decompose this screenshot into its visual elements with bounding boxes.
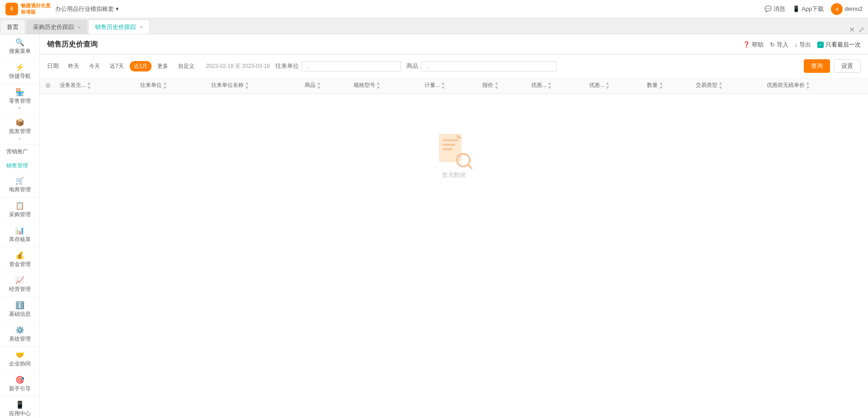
sidebar-item-purchase-mgmt[interactable]: 📋 采购管理 [0, 198, 39, 223]
ecommerce-icon: 🛒 [15, 176, 24, 185]
sidebar-item-system-mgmt-label: 系统管理 [9, 335, 31, 343]
sidebar-item-finance-mgmt[interactable]: 💰 资金管理 [0, 247, 39, 272]
sidebar-item-operations-mgmt[interactable]: 📈 经营管理 [0, 272, 39, 297]
empty-illustration [434, 130, 474, 171]
download-icon: 📱 [793, 5, 800, 12]
sidebar-item-wholesale-mgmt-label: 批发管理 [9, 128, 31, 135]
sidebar-item-sales-mgmt[interactable]: 销售管理 [0, 159, 39, 173]
logo-symbol: 6 [10, 6, 13, 11]
only-last-checkbox-container[interactable]: 只看最后一次 [817, 41, 861, 49]
operations-icon: 📈 [15, 276, 24, 285]
box-icon: 📦 [15, 118, 24, 127]
filter-row: 日期 昨天 今天 近7天 近1月 更多 自定义 2023-02-18 至 202… [47, 59, 861, 73]
col-spec[interactable]: 规格型号▲▼ [350, 77, 421, 94]
source-unit-label: 往来单位 [275, 62, 299, 70]
svg-rect-3 [443, 148, 453, 150]
sidebar-item-inventory-check-label: 库存核算 [9, 236, 31, 243]
sidebar-item-ecommerce-mgmt[interactable]: 🛒 电商管理 [0, 173, 39, 198]
sidebar-item-enterprise-collab-label: 企业协同 [9, 360, 31, 368]
help-button[interactable]: ❓ 帮助 [743, 41, 764, 49]
date-btn-custom[interactable]: 自定义 [174, 61, 198, 71]
app-selector[interactable]: 办公用品行业模拟账套 ▾ [55, 5, 119, 13]
tabbar: 首页 采购历史价跟踪 × 销售历史价跟踪 × ✕ ⤢ [0, 18, 868, 34]
sidebar-item-quick-nav-label: 快捷导航 [9, 72, 31, 80]
sidebar-item-wholesale-mgmt[interactable]: 📦 批发管理 ▴ [0, 114, 39, 145]
only-last-label: 只看最后一次 [826, 41, 861, 49]
sidebar-item-new-user-guide[interactable]: 🎯 新手引导 [0, 372, 39, 397]
query-button[interactable]: 查询 [804, 59, 830, 73]
sidebar-item-system-mgmt[interactable]: ⚙️ 系统管理 [0, 322, 39, 347]
empty-state: 暂无数据 [40, 94, 868, 215]
user-menu[interactable]: d demo2 [831, 3, 863, 15]
expand-button[interactable]: ⤢ [859, 25, 864, 34]
product-input[interactable]: ... [421, 61, 557, 71]
date-btn-today[interactable]: 今天 [85, 61, 104, 71]
export-button[interactable]: ↓ 导出 [795, 41, 811, 49]
svg-rect-1 [443, 139, 458, 141]
tab-purchase-history[interactable]: 采购历史价跟踪 × [26, 19, 87, 34]
filter-actions: 查询 设置 [804, 59, 861, 73]
col-biz-date[interactable]: 业务发生...▲▼ [56, 77, 137, 94]
date-btn-1month[interactable]: 近1月 [130, 61, 152, 71]
tab-sales-history-close[interactable]: × [140, 24, 142, 30]
col-unit-name[interactable]: 往来单位名称▲▼ [208, 77, 301, 94]
help-icon: ❓ [743, 41, 750, 48]
col-trade-type[interactable]: 交易类型▲▼ [692, 77, 763, 94]
info-icon: ℹ️ [15, 301, 24, 309]
sidebar-item-inventory-check[interactable]: 📊 库存核算 [0, 223, 39, 247]
arrow-down-icon: ▾ [19, 106, 21, 110]
svg-rect-2 [443, 144, 455, 146]
sidebar-item-marketing[interactable]: 营销推广 [0, 145, 39, 159]
sidebar-item-enterprise-collab[interactable]: 🤝 企业协同 [0, 347, 39, 372]
tab-sales-history[interactable]: 销售历史价跟踪 × [88, 19, 149, 34]
col-discount2[interactable]: 优惠...▲▼ [585, 77, 643, 94]
sidebar-item-sales-mgmt-label: 销售管理 [6, 162, 28, 169]
import-button[interactable]: ↻ 导入 [770, 41, 788, 49]
sidebar-item-retail-mgmt[interactable]: 🏪 零售管理 ▾ [0, 84, 39, 114]
col-unit-code[interactable]: 往来单位▲▼ [137, 77, 208, 94]
source-unit-input[interactable]: ... [302, 61, 401, 71]
search-icon: 🔍 [15, 38, 24, 47]
date-btn-7days[interactable]: 近7天 [106, 61, 128, 71]
inventory-icon: 📊 [15, 226, 24, 235]
table-area: ⚙ 业务发生...▲▼ 往来单位▲▼ 往来单位名称▲▼ 商品▲▼ [40, 77, 868, 418]
chevron-down-icon: ▾ [116, 5, 119, 12]
topbar-right: 💬 消息 📱 App下载 d demo2 [764, 3, 863, 15]
sidebar-item-search-menu[interactable]: 🔍 搜索菜单 [0, 34, 39, 59]
col-unit[interactable]: 计量...▲▼ [421, 77, 479, 94]
sidebar-item-quick-nav[interactable]: ⚡ 快捷导航 [0, 59, 39, 84]
tab-home[interactable]: 首页 [0, 19, 25, 34]
logo-text: 畅捷通好生意 标准版 [21, 3, 51, 14]
date-range-display: 2023-02-18 至 2023-03-18 [206, 62, 269, 70]
date-btn-yesterday[interactable]: 昨天 [64, 61, 83, 71]
message-icon: 💬 [764, 5, 772, 12]
col-no-tax-price[interactable]: 优惠前无税单价▲▼ [763, 77, 868, 94]
app-download-button[interactable]: 📱 App下载 [793, 5, 824, 13]
product-label: 商品 [406, 62, 418, 70]
col-product[interactable]: 商品▲▼ [301, 77, 350, 94]
sidebar-item-basic-info-label: 基础信息 [9, 310, 31, 318]
settings-button[interactable]: 设置 [834, 59, 861, 73]
col-discount1[interactable]: 优惠...▲▼ [528, 77, 585, 94]
table-settings-icon[interactable]: ⚙ [45, 82, 51, 89]
arrow-up-icon: ▴ [19, 136, 21, 141]
filter-area: 日期 昨天 今天 近7天 近1月 更多 自定义 2023-02-18 至 202… [40, 55, 868, 77]
purchase-icon: 📋 [15, 201, 24, 210]
gear-icon: ⚙️ [15, 326, 24, 334]
sidebar-item-ecommerce-mgmt-label: 电商管理 [9, 186, 31, 194]
col-settings: ⚙ [40, 77, 56, 94]
svg-line-5 [468, 165, 472, 168]
close-all-tabs-button[interactable]: ✕ [849, 25, 855, 34]
date-btn-more[interactable]: 更多 [153, 61, 172, 71]
finance-icon: 💰 [15, 251, 24, 260]
message-button[interactable]: 💬 消息 [764, 5, 785, 13]
tabbar-actions: ✕ ⤢ [849, 25, 868, 34]
sidebar-item-app-center[interactable]: 📱 应用中心 [0, 397, 39, 418]
tab-purchase-history-close[interactable]: × [78, 24, 80, 30]
col-price[interactable]: 报价▲▼ [479, 77, 528, 94]
col-quantity[interactable]: 数量▲▼ [643, 77, 692, 94]
collab-icon: 🤝 [15, 351, 24, 359]
sidebar-item-basic-info[interactable]: ℹ️ 基础信息 [0, 297, 39, 322]
sidebar-item-retail-mgmt-label: 零售管理 [9, 97, 31, 105]
logo-icon: 6 [5, 3, 18, 15]
